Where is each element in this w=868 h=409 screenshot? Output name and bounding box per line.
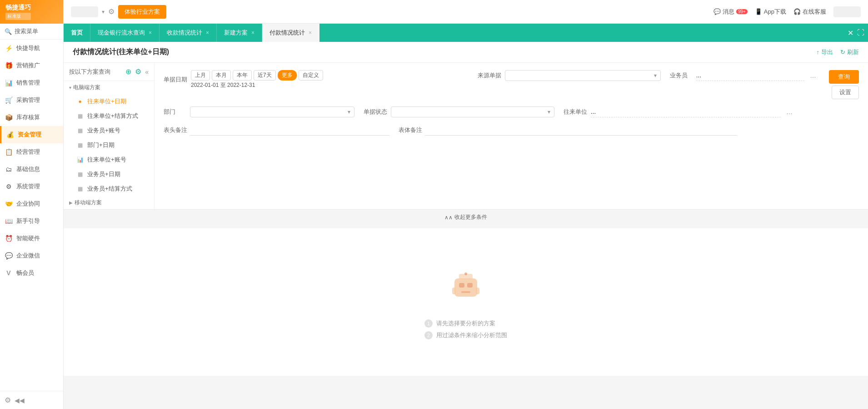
tab-bank-flow-label: 现金银行流水查询 xyxy=(98,29,145,37)
user-avatar[interactable] xyxy=(833,6,861,17)
headset-icon: 🎧 xyxy=(793,8,801,15)
scheme-item-unit-account[interactable]: 📊 往来单位+账号 xyxy=(64,152,154,167)
sidebar-item-quick-nav[interactable]: ⚡ 快捷导航 xyxy=(0,40,63,57)
tab-new-scheme-close[interactable]: × xyxy=(251,30,254,36)
staff-input[interactable] xyxy=(696,70,804,81)
scheme-mobile-category[interactable]: ▶ 移动端方案 xyxy=(64,196,154,209)
scheme-collapse-icon[interactable]: « xyxy=(145,68,149,76)
sidebar-item-finance[interactable]: 💰 资金管理 xyxy=(0,126,63,143)
scheme-item-staff-date[interactable]: ▦ 业务员+日期 xyxy=(64,167,154,182)
footer-settings-icon[interactable]: ⚙ xyxy=(5,396,11,404)
staff-more-icon[interactable]: … xyxy=(810,72,816,79)
date-btn-this-year[interactable]: 本年 xyxy=(233,70,252,81)
tab-new-scheme-label: 新建方案 xyxy=(224,29,248,37)
tab-maximize-icon[interactable]: ⛶ xyxy=(857,29,864,37)
sidebar-footer: ⚙ ◀◀ xyxy=(0,391,63,409)
sidebar-item-purchase[interactable]: 🛒 采购管理 xyxy=(0,91,63,109)
scheme-item-unit-date[interactable]: ● 往来单位+日期 xyxy=(64,94,154,109)
filter-item-header-note: 表头备注 xyxy=(164,125,389,136)
sidebar-item-weixin[interactable]: 💬 企业微信 xyxy=(0,247,63,264)
sidebar-item-enterprise[interactable]: 🤝 企业协同 xyxy=(0,195,63,212)
scheme-desktop-category[interactable]: ▾ 电脑端方案 xyxy=(64,81,154,94)
scheme-item-staff-account[interactable]: ▦ 业务员+账号 xyxy=(64,123,154,138)
filter-item-staff: 业务员 … xyxy=(670,70,816,81)
main-content: ▾ ⚙ 体验行业方案 💬 消息 99+ 📱 App下载 🎧 在线客服 首页 xyxy=(64,0,868,409)
source-label: 来源单据 xyxy=(478,71,501,80)
tab-receivables-close[interactable]: × xyxy=(206,30,209,36)
sidebar-item-inventory[interactable]: 📦 库存核算 xyxy=(0,109,63,126)
tab-payments[interactable]: 付款情况统计 × xyxy=(262,24,319,42)
voucher-status-select[interactable]: ▾ xyxy=(391,106,554,117)
tab-bank-flow-close[interactable]: × xyxy=(149,30,152,36)
sidebar-item-basic[interactable]: 🗂 基础信息 xyxy=(0,161,63,178)
partner-more-icon[interactable]: … xyxy=(786,108,793,116)
dept-select[interactable]: ▾ xyxy=(190,106,354,117)
scheme-item-label: 业务员+日期 xyxy=(87,170,120,178)
quick-nav-icon: ⚡ xyxy=(5,44,13,52)
setting-button[interactable]: 设置 xyxy=(832,86,859,99)
date-btn-custom[interactable]: 自定义 xyxy=(299,70,323,81)
company-dropdown-arrow[interactable]: ▾ xyxy=(102,9,105,15)
tab-receivables[interactable]: 收款情况统计 × xyxy=(160,24,217,42)
tab-new-scheme[interactable]: 新建方案 × xyxy=(217,24,262,42)
sidebar-item-system[interactable]: ⚙ 系统管理 xyxy=(0,178,63,195)
scheme-item-label: 往来单位+结算方式 xyxy=(87,112,138,120)
app-download-btn[interactable]: 📱 App下载 xyxy=(755,8,786,16)
sidebar-item-label: 系统管理 xyxy=(16,182,40,191)
sidebar-item-guide[interactable]: 📖 新手引导 xyxy=(0,212,63,230)
sidebar-item-member[interactable]: V 畅会员 xyxy=(0,264,63,282)
scheme-item-staff-settle[interactable]: ▦ 业务员+结算方式 xyxy=(64,182,154,196)
desktop-expand-icon: ▾ xyxy=(69,85,71,90)
source-select[interactable]: ▾ xyxy=(505,70,661,81)
date-btn-this-month[interactable]: 本月 xyxy=(212,70,231,81)
sidebar-item-sales[interactable]: 📊 销售管理 xyxy=(0,74,63,91)
query-button[interactable]: 查询 xyxy=(829,70,859,84)
empty-state-illustration xyxy=(443,265,489,310)
header-note-input[interactable] xyxy=(190,125,389,136)
collapse-up-icon: ∧∧ xyxy=(444,214,453,221)
refresh-icon: ↻ xyxy=(840,49,845,56)
date-btn-last-month[interactable]: 上月 xyxy=(191,70,210,81)
filter-row-3: 表头备注 表体备注 xyxy=(164,125,859,136)
sidebar-item-marketing[interactable]: 🎁 营销推广 xyxy=(0,57,63,74)
search-icon: 🔍 xyxy=(5,28,12,35)
scheme-active-dot: ● xyxy=(76,98,84,105)
scheme-item-unit-settle[interactable]: ▦ 往来单位+结算方式 xyxy=(64,109,154,123)
filter-row-1: 单据日期 上月 本月 本年 近7天 更多 自定义 2022-01-01 至 20… xyxy=(164,70,859,99)
scheme-add-icon[interactable]: ⊕ xyxy=(125,67,131,76)
online-service-btn[interactable]: 🎧 在线客服 xyxy=(793,8,826,16)
settings-gear-icon[interactable]: ⚙ xyxy=(108,7,115,16)
sidebar-search[interactable]: 🔍 搜索菜单 xyxy=(0,24,63,40)
scheme-item-label: 往来单位+日期 xyxy=(87,97,126,106)
scheme-item-dept-date[interactable]: ▦ 部门+日期 xyxy=(64,138,154,152)
footer-collapse-icon[interactable]: ◀◀ xyxy=(15,397,25,404)
trial-button[interactable]: 体验行业方案 xyxy=(118,5,166,19)
sidebar-item-label: 智能硬件 xyxy=(16,234,40,242)
date-range-text: 2022-01-01 至 2022-12-31 xyxy=(191,81,469,89)
messages-btn[interactable]: 💬 消息 99+ xyxy=(713,8,748,16)
inventory-icon: 📦 xyxy=(5,113,13,121)
export-button[interactable]: ↑ 导出 xyxy=(817,48,833,56)
sidebar-item-operation[interactable]: 📋 经营管理 xyxy=(0,143,63,161)
body-note-input[interactable] xyxy=(425,125,737,136)
scheme-gear-icon[interactable]: ⚙ xyxy=(135,67,141,76)
tab-close-all-icon[interactable]: ✕ xyxy=(848,29,853,37)
voucher-status-arrow: ▾ xyxy=(548,109,550,115)
tab-bank-flow[interactable]: 现金银行流水查询 × xyxy=(90,24,160,42)
refresh-button[interactable]: ↻ 刷新 xyxy=(840,48,859,56)
app-download-label: App下载 xyxy=(764,8,786,16)
filter-item-voucher-status: 单据状态 ▾ xyxy=(364,106,554,117)
date-btn-more[interactable]: 更多 xyxy=(278,70,297,81)
tab-home[interactable]: 首页 xyxy=(64,24,90,42)
empty-state: 1 请先选择要分析的方案 2 用过滤条件来缩小分析范围 xyxy=(64,228,868,376)
tab-bar: 首页 现金银行流水查询 × 收款情况统计 × 新建方案 × 付款情况统计 × ✕… xyxy=(64,24,868,42)
tab-payments-close[interactable]: × xyxy=(309,30,312,36)
date-btn-last-7[interactable]: 近7天 xyxy=(254,70,276,81)
company-selector[interactable] xyxy=(71,6,98,17)
svg-rect-5 xyxy=(476,288,479,294)
collapse-conditions-btn[interactable]: ∧∧ 收起更多条件 xyxy=(64,209,868,225)
partner-input[interactable] xyxy=(591,106,781,117)
message-icon: 💬 xyxy=(713,8,721,15)
filter-item-source: 来源单据 ▾ xyxy=(478,70,661,81)
sidebar-item-hardware[interactable]: ⏰ 智能硬件 xyxy=(0,230,63,247)
